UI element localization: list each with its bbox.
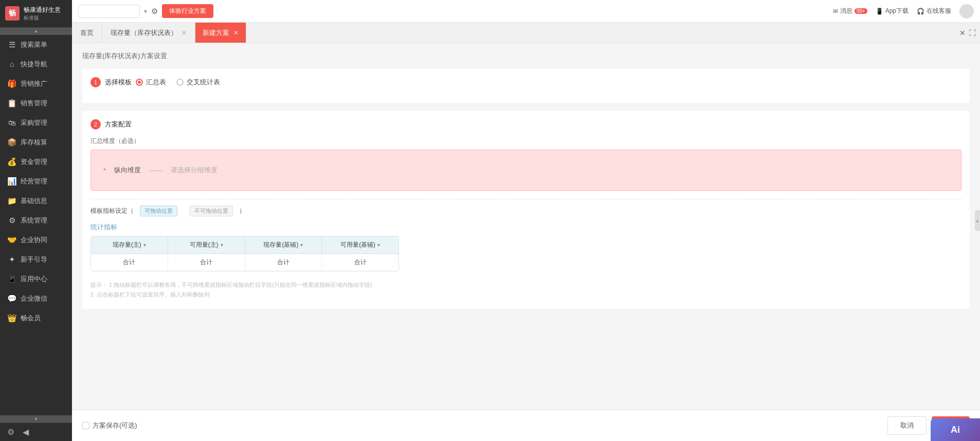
logo-icon: 畅 (5, 6, 20, 21)
right-collapse-handle[interactable]: ▲ (975, 210, 980, 231)
purchase-icon: 🛍 (7, 118, 16, 127)
main-area: ▾ ⚙ 体验行业方案 ✉ 消息 99+ 📱 App下载 🎧 在线客服 首页 (72, 0, 980, 441)
chevron-down-icon-0: ▾ (143, 242, 146, 248)
draggable-tag: 可拖动位置 (140, 206, 177, 216)
stats-col-3-label: 可用量(基辅) (340, 241, 375, 249)
sidebar-item-quick-nav[interactable]: ⌂ 快捷导航 (0, 54, 72, 74)
sidebar-item-marketing[interactable]: 🎁 营销推广 (0, 74, 72, 94)
sidebar-item-basic[interactable]: 📁 基础信息 (0, 191, 72, 211)
metrics-setting-header: 模板指标设定（ 可拖动位置 不可拖动位置 ） (90, 206, 961, 216)
tab-new-scheme-close[interactable]: ✕ (233, 29, 239, 36)
settings-icon[interactable]: ⚙ (7, 427, 14, 437)
sidebar-item-label: 系统管理 (21, 216, 47, 225)
scroll-down-indicator[interactable]: ▼ (0, 415, 72, 422)
stats-col-0-label: 现存量(主) (113, 241, 141, 249)
gift-icon: 🎁 (7, 79, 16, 88)
enterprise-icon: 🤝 (7, 235, 16, 245)
stats-col-3[interactable]: 可用量(基辅) ▾ (322, 236, 398, 253)
dimension-box[interactable]: * 纵向维度 —— 请选择分组维度 (90, 150, 961, 191)
tab-inventory-status[interactable]: 现存量（库存状况表） ✕ (102, 23, 195, 43)
chevron-down-icon[interactable]: ▾ (144, 8, 147, 15)
sales-icon: 📋 (7, 99, 16, 108)
newguide-icon: ✦ (7, 255, 16, 264)
tips-section: 提示： 1.拖动标题栏可以调整布局，不可跨维度或指标区域拖动栏目字段(只能在同一… (90, 281, 961, 299)
tab-inventory-status-label: 现存量（库存状况表） (111, 28, 177, 38)
stats-data-row: 合计 合计 合计 合计 (91, 254, 398, 271)
headset-icon: 🎧 (917, 8, 924, 15)
stats-col-1[interactable]: 可用量(主) ▾ (168, 236, 245, 253)
sidebar-item-appcenter[interactable]: 📱 应用中心 (0, 269, 72, 289)
close-window-icon[interactable]: ✕ (959, 29, 966, 37)
sidebar-item-label: 企业协同 (21, 235, 47, 245)
step2-header: 2 方案配置 (90, 119, 961, 130)
metrics-setting-label: 模板指标设定（ (90, 207, 134, 215)
sidebar-item-finance[interactable]: 💰 资金管理 (0, 152, 72, 172)
sidebar-item-newguide[interactable]: ✦ 新手引导 (0, 250, 72, 269)
avatar[interactable] (959, 4, 974, 19)
industry-btn[interactable]: 体验行业方案 (162, 4, 213, 18)
message-label: 消息 (840, 7, 852, 15)
stats-data-0: 合计 (91, 254, 168, 271)
tabbar: 首页 现存量（库存状况表） ✕ 新建方案 ✕ ✕ ⛶ (72, 23, 980, 43)
messages-btn[interactable]: ✉ 消息 99+ (833, 7, 867, 15)
stats-col-0[interactable]: 现存量(主) ▾ (91, 236, 168, 253)
member-icon: 👑 (7, 314, 16, 323)
sidebar-item-enterprise[interactable]: 🤝 企业协同 (0, 230, 72, 250)
tab-new-scheme[interactable]: 新建方案 ✕ (195, 23, 246, 43)
dimension-placeholder: 请选择分组维度 (171, 166, 217, 175)
wechat-icon: 💬 (7, 294, 16, 303)
save-option[interactable]: 方案保存(可选) (82, 421, 137, 430)
page-title: 现存量(库存状况表)方案设置 (82, 51, 970, 61)
radio-summary-circle (136, 79, 143, 86)
stats-col-2-label: 现存量(基辅) (263, 241, 298, 249)
step2-num: 2 (90, 119, 101, 130)
logo-text: 畅康通好生意 标准版 (24, 6, 61, 21)
summary-dimension-section: 汇总维度（必选） * 纵向维度 —— 请选择分组维度 (90, 137, 961, 191)
stats-col-2[interactable]: 现存量(基辅) ▾ (245, 236, 322, 253)
sidebar-item-wechat[interactable]: 💬 企业微信 (0, 289, 72, 308)
sidebar-item-sales[interactable]: 📋 销售管理 (0, 94, 72, 113)
sidebar-item-label: 采购管理 (21, 118, 47, 127)
collapse-icon[interactable]: ◀ (23, 427, 29, 437)
stats-data-3: 合计 (322, 254, 398, 271)
appcenter-icon: 📱 (7, 274, 16, 284)
online-service-btn[interactable]: 🎧 在线客服 (917, 7, 951, 15)
stats-table: 现存量(主) ▾ 可用量(主) ▾ 现存量(基辅) ▾ 可用量(基辅) (90, 236, 399, 271)
phone-icon: 📱 (876, 8, 883, 15)
search-input[interactable] (78, 5, 140, 18)
cancel-button[interactable]: 取消 (887, 416, 927, 435)
stats-data-2: 合计 (245, 254, 322, 271)
sidebar-item-inventory[interactable]: 📦 库存核算 (0, 133, 72, 152)
gear-icon[interactable]: ⚙ (151, 7, 158, 16)
sidebar-item-label: 新手引导 (21, 255, 47, 264)
sidebar-item-system[interactable]: ⚙ 系统管理 (0, 211, 72, 230)
metrics-end: ） (239, 207, 245, 215)
scroll-up-indicator[interactable]: ▲ (0, 28, 72, 35)
sidebar-footer: ⚙ ◀ (0, 422, 72, 441)
tab-inventory-status-close[interactable]: ✕ (182, 29, 187, 36)
radio-summary[interactable]: 汇总表 (136, 78, 166, 87)
step2-label: 方案配置 (105, 120, 132, 129)
sidebar-item-search-menu[interactable]: ☰ 搜索菜单 (0, 35, 72, 54)
inventory-icon: 📦 (7, 138, 16, 147)
sidebar-item-purchase[interactable]: 🛍 采购管理 (0, 113, 72, 133)
template-radio-group: 汇总表 交叉统计表 (136, 78, 220, 87)
home-icon: ⌂ (7, 60, 16, 69)
sidebar-logo: 畅 畅康通好生意 标准版 (0, 0, 72, 28)
tab-home[interactable]: 首页 (72, 23, 102, 43)
sidebar-item-operation[interactable]: 📊 经营管理 (0, 172, 72, 191)
step1-label: 选择模板 (105, 78, 132, 87)
step1-num: 1 (90, 77, 101, 87)
app-download-btn[interactable]: 📱 App下载 (876, 7, 909, 15)
stats-col-1-label: 可用量(主) (190, 241, 219, 249)
non-draggable-tag: 不可拖动位置 (190, 206, 233, 216)
save-option-label: 方案保存(可选) (93, 421, 137, 430)
sidebar-item-label: 销售管理 (21, 99, 47, 108)
sidebar-item-label: 基础信息 (21, 196, 47, 206)
radio-cross[interactable]: 交叉统计表 (176, 78, 220, 87)
save-checkbox[interactable] (82, 422, 89, 429)
expand-icon[interactable]: ⛶ (969, 29, 976, 37)
sidebar-item-member[interactable]: 👑 畅会员 (0, 308, 72, 328)
sidebar-item-label: 快捷导航 (21, 60, 47, 69)
ai-float-button[interactable]: Ai (931, 418, 980, 441)
